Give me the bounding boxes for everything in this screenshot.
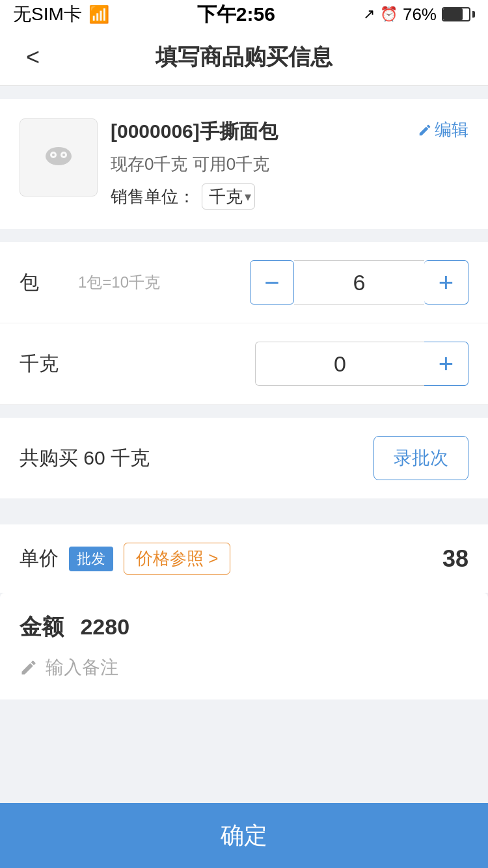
product-image: [20, 118, 98, 197]
pack-label: 包: [20, 269, 72, 296]
quantity-section: 包 1包=10千克 − + 千克 +: [0, 242, 488, 405]
pencil-icon: [20, 658, 38, 677]
product-card: [0000006]手撕面包 编辑 现存0千克 可用0千克 销售单位： 千克: [0, 99, 488, 229]
product-name: [0000006]手撕面包: [111, 118, 278, 145]
product-unit-row: 销售单位： 千克: [111, 183, 468, 210]
svg-point-4: [62, 154, 65, 156]
kg-controls: +: [255, 342, 468, 386]
carrier-text: 无SIM卡: [13, 2, 82, 27]
kg-quantity-input[interactable]: [255, 342, 424, 386]
amount-value: 2280: [80, 614, 129, 639]
svg-point-0: [46, 147, 72, 165]
status-right: ↗ ⏰ 76%: [363, 5, 475, 25]
back-button[interactable]: <: [20, 37, 46, 77]
status-bar: 无SIM卡 📶 下午2:56 ↗ ⏰ 76%: [0, 0, 488, 29]
quantity-row-pack: 包 1包=10千克 − +: [0, 242, 488, 323]
battery-icon: [442, 7, 475, 21]
product-header: [0000006]手撕面包 编辑: [111, 118, 468, 153]
unit-select[interactable]: 千克: [202, 183, 255, 210]
price-label: 单价: [20, 545, 59, 572]
battery-percent: 76%: [403, 5, 437, 25]
price-value: 38: [442, 545, 468, 573]
alarm-icon: ⏰: [380, 6, 398, 23]
price-section: 单价 批发 价格参照 > 38: [0, 524, 488, 593]
edit-button[interactable]: 编辑: [418, 118, 468, 141]
summary-text: 共购买 60 千克: [20, 445, 150, 472]
product-logo-icon: [39, 138, 78, 177]
edit-label: 编辑: [435, 118, 468, 141]
page-title: 填写商品购买信息: [156, 42, 332, 72]
amount-section: 金额 2280 输入备注: [0, 593, 488, 699]
pack-decrement-button[interactable]: −: [250, 260, 294, 305]
pack-increment-button[interactable]: +: [424, 260, 468, 305]
quantity-row-kg: 千克 +: [0, 323, 488, 405]
summary-section: 共购买 60 千克 录批次: [0, 418, 488, 498]
amount-label: 金额: [20, 614, 64, 639]
pack-hint: 1包=10千克: [78, 272, 250, 293]
wifi-icon: 📶: [88, 5, 109, 25]
pack-quantity-input[interactable]: [294, 260, 424, 305]
time-display: 下午2:56: [197, 1, 275, 28]
pack-controls: − +: [250, 260, 468, 305]
kg-label: 千克: [20, 351, 72, 377]
note-label: 输入备注: [46, 655, 118, 680]
amount-text: 金额 2280: [20, 612, 468, 642]
amount-wrapper: 金额 2280 输入备注: [0, 593, 488, 699]
location-icon: ↗: [363, 6, 375, 23]
confirm-bar[interactable]: 确定: [0, 803, 488, 868]
price-ref-button[interactable]: 价格参照 >: [124, 543, 230, 575]
status-left: 无SIM卡 📶: [13, 2, 109, 27]
batch-button[interactable]: 录批次: [373, 436, 468, 480]
note-row[interactable]: 输入备注: [20, 655, 468, 680]
edit-icon: [418, 123, 432, 137]
price-type-tag: 批发: [69, 547, 113, 571]
separator-1: [0, 498, 488, 511]
unit-label: 销售单位：: [111, 185, 195, 208]
product-info: [0000006]手撕面包 编辑 现存0千克 可用0千克 销售单位： 千克: [111, 118, 468, 210]
kg-increment-button[interactable]: +: [424, 342, 468, 386]
svg-point-3: [52, 154, 55, 156]
nav-bar: < 填写商品购买信息: [0, 29, 488, 86]
confirm-button-text: 确定: [221, 820, 267, 852]
unit-select-wrapper[interactable]: 千克: [202, 183, 255, 210]
product-stock: 现存0千克 可用0千克: [111, 153, 468, 176]
